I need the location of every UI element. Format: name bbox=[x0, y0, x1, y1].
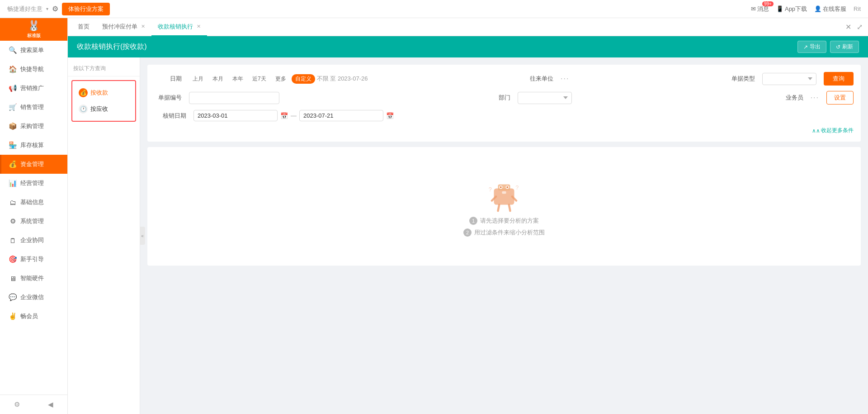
system-icon: ⚙ bbox=[9, 217, 17, 225]
sidebar-item-sales[interactable]: 🛒 销售管理 bbox=[0, 98, 67, 117]
verify-date-label: 核销日期 bbox=[155, 112, 186, 120]
verify-date-start[interactable] bbox=[193, 110, 278, 121]
date-more[interactable]: 更多 bbox=[272, 74, 290, 84]
tab-maximize-icon[interactable]: ⤢ bbox=[855, 21, 864, 33]
sidebar-settings-icon[interactable]: ⚙ bbox=[10, 399, 24, 410]
settings-icon[interactable]: ⚙ bbox=[52, 5, 58, 13]
marketing-icon: 📢 bbox=[9, 84, 17, 92]
sidebar-item-business[interactable]: 📊 经营管理 bbox=[0, 174, 67, 193]
brand-name: 畅捷通好生意 bbox=[7, 5, 42, 13]
service-icon: 👤 bbox=[814, 5, 821, 12]
doc-type-select[interactable] bbox=[762, 73, 816, 85]
app-download-button[interactable]: 📱 App下载 bbox=[776, 5, 807, 13]
newbie-icon: 🎯 bbox=[9, 255, 17, 263]
cal-end-icon[interactable]: 📅 bbox=[386, 112, 394, 119]
counterpart-picker[interactable]: ··· bbox=[561, 75, 569, 83]
export-icon: ↗ bbox=[803, 44, 808, 50]
sidebar-item-label: 系统管理 bbox=[20, 217, 44, 225]
empty-tip-1: 1 请先选择要分析的方案 bbox=[469, 217, 539, 225]
date-custom-badge[interactable]: 自定义 bbox=[292, 74, 315, 84]
dropdown-arrow-icon[interactable]: ▾ bbox=[46, 6, 48, 11]
top-bar-right: ✉ 消息 99+ 📱 App下载 👤 在线客服 Rit bbox=[751, 5, 861, 13]
refresh-button[interactable]: ↺ 刷新 bbox=[830, 41, 859, 53]
sidebar-item-finance[interactable]: 💰 资金管理 bbox=[0, 155, 67, 174]
by-receivable-icon: 🕐 bbox=[79, 105, 88, 114]
filter-option-by-collect[interactable]: 💰 按收款 bbox=[72, 85, 135, 101]
doc-no-input[interactable] bbox=[189, 92, 279, 104]
empty-tip-2: 2 用过滤条件来缩小分析范围 bbox=[463, 228, 545, 237]
date-this-month[interactable]: 本月 bbox=[209, 74, 227, 84]
service-label: 在线客服 bbox=[823, 5, 846, 13]
date-this-year[interactable]: 本年 bbox=[229, 74, 247, 84]
sidebar-item-member[interactable]: ✌ 畅会员 bbox=[0, 307, 67, 326]
export-button[interactable]: ↗ 导出 bbox=[797, 41, 826, 53]
date-separator: — bbox=[291, 112, 297, 119]
date-7days[interactable]: 近7天 bbox=[249, 74, 270, 84]
basic-icon: 🗂 bbox=[9, 199, 17, 206]
empty-state: ? ? 1 请先选择要分析的方案 2 用过滤条件来缩小分析范围 bbox=[147, 147, 861, 266]
filter-panel: 按以下方查询 💰 按收款 🕐 按应收 « bbox=[68, 57, 140, 414]
tab-bar-actions: ✕ ⤢ bbox=[844, 21, 864, 33]
sidebar-item-label: 营销推广 bbox=[20, 84, 44, 92]
empty-robot-illustration: ? ? bbox=[484, 174, 524, 215]
sidebar-item-inventory[interactable]: 🏪 库存核算 bbox=[0, 136, 67, 155]
salesman-label: 业务员 bbox=[772, 94, 803, 102]
svg-text:?: ? bbox=[515, 185, 519, 191]
dept-select[interactable] bbox=[518, 92, 572, 104]
top-bar-left: 畅捷通好生意 ▾ ⚙ 体验行业方案 bbox=[7, 3, 110, 15]
content-area: 首页 预付冲应付单 ✕ 收款核销执行 ✕ ✕ ⤢ 收款核销执行(按收款) ↗ 导… bbox=[68, 18, 868, 414]
salesman-picker[interactable]: ··· bbox=[811, 94, 819, 102]
customer-service-button[interactable]: 👤 在线客服 bbox=[814, 5, 846, 13]
sidebar-item-search[interactable]: 🔍 搜索菜单 bbox=[0, 41, 67, 60]
logo-sub: 标准版 bbox=[27, 33, 41, 39]
sidebar-item-enterprise[interactable]: 🗒 企业协同 bbox=[0, 231, 67, 250]
wechat-icon: 💬 bbox=[9, 293, 17, 301]
sidebar-item-hardware[interactable]: 🖥 智能硬件 bbox=[0, 269, 67, 288]
sidebar-item-purchase[interactable]: 📦 采购管理 bbox=[0, 117, 67, 136]
svg-line-9 bbox=[498, 205, 500, 211]
member-icon: ✌ bbox=[9, 312, 17, 320]
sidebar-item-system[interactable]: ⚙ 系统管理 bbox=[0, 212, 67, 231]
tab-collect[interactable]: 收款核销执行 ✕ bbox=[151, 18, 207, 36]
sidebar-item-label: 智能硬件 bbox=[20, 274, 44, 282]
sidebar-item-label: 企业协同 bbox=[20, 236, 44, 244]
sidebar-item-label: 采购管理 bbox=[20, 122, 44, 130]
sidebar-item-marketing[interactable]: 📢 营销推广 bbox=[0, 79, 67, 98]
collapse-more-button[interactable]: ∧∧ 收起更多条件 bbox=[812, 127, 854, 134]
message-icon: ✉ bbox=[751, 5, 756, 12]
main-layout: 🐰 标准版 🔍 搜索菜单 🏠 快捷导航 📢 营销推广 🛒 销售管理 📦 采购管理… bbox=[0, 18, 868, 414]
sidebar-item-newbie[interactable]: 🎯 新手引导 bbox=[0, 250, 67, 269]
tab-bar: 首页 预付冲应付单 ✕ 收款核销执行 ✕ ✕ ⤢ bbox=[68, 18, 868, 36]
enterprise-icon: 🗒 bbox=[9, 237, 17, 244]
solution-button[interactable]: 体验行业方案 bbox=[62, 3, 110, 15]
tab-home[interactable]: 首页 bbox=[71, 18, 96, 36]
panel-collapse-button[interactable]: « bbox=[140, 227, 145, 245]
cal-start-icon[interactable]: 📅 bbox=[280, 112, 288, 119]
tab-close-all-icon[interactable]: ✕ bbox=[844, 21, 853, 33]
sidebar-item-basic[interactable]: 🗂 基础信息 bbox=[0, 193, 67, 212]
sidebar-item-quicknav[interactable]: 🏠 快捷导航 bbox=[0, 60, 67, 79]
filter-option-label: 按收款 bbox=[90, 89, 108, 97]
tab-close-icon[interactable]: ✕ bbox=[141, 24, 145, 29]
tab-label: 预付冲应付单 bbox=[102, 23, 137, 31]
verify-date-end[interactable] bbox=[299, 110, 383, 121]
tab-prepay[interactable]: 预付冲应付单 ✕ bbox=[96, 18, 151, 36]
refresh-icon: ↺ bbox=[836, 44, 840, 50]
collapse-up-icon: ∧∧ bbox=[812, 128, 820, 134]
sidebar-item-label: 新手引导 bbox=[20, 255, 44, 263]
query-button[interactable]: 查询 bbox=[824, 72, 854, 86]
form-row-3: 核销日期 📅 — 📅 bbox=[155, 110, 854, 121]
date-last-month[interactable]: 上月 bbox=[189, 74, 207, 84]
sidebar-item-label: 销售管理 bbox=[20, 103, 44, 111]
tab-close-active-icon[interactable]: ✕ bbox=[197, 24, 201, 29]
tab-label: 首页 bbox=[78, 23, 90, 31]
sidebar-item-label: 搜索菜单 bbox=[20, 46, 44, 54]
settings-button[interactable]: 设置 bbox=[826, 91, 854, 105]
sidebar-item-wechat[interactable]: 💬 企业微信 bbox=[0, 288, 67, 307]
filter-option-by-receivable[interactable]: 🕐 按应收 bbox=[72, 101, 135, 117]
sidebar-collapse-icon[interactable]: ◀ bbox=[44, 399, 57, 410]
message-button[interactable]: ✉ 消息 99+ bbox=[751, 5, 769, 13]
date-shortcuts: 上月 本月 本年 近7天 更多 自定义 不限 至 2023-07-26 bbox=[189, 74, 368, 84]
dept-label: 部门 bbox=[479, 94, 510, 102]
doc-no-label: 单据编号 bbox=[155, 94, 182, 102]
